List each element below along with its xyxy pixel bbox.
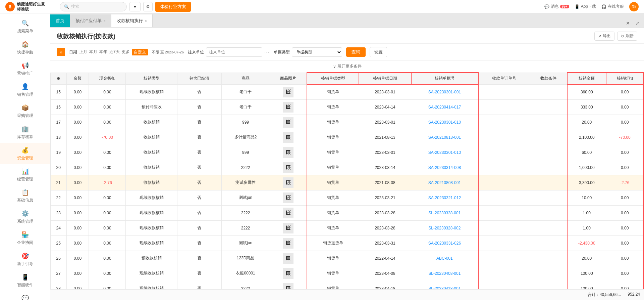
cell-goods-img: 🖼 [270, 235, 307, 251]
query-btn[interactable]: 查询 [346, 47, 366, 57]
date-custom[interactable]: 自定义 [132, 49, 148, 55]
date-this-year[interactable]: 本年 [99, 49, 107, 55]
date-7days[interactable]: 近7天 [109, 49, 120, 55]
expand-btn[interactable]: ∨ 展开更多条件 [329, 62, 366, 71]
tab-close-btn[interactable]: ✕ [624, 19, 632, 27]
cell-goods-img: 🖼 [270, 84, 307, 99]
cell-goods-img: 🖼 [270, 145, 307, 160]
tab-receipt-cancel-close[interactable]: × [145, 19, 147, 23]
sidebar-item-smarthw[interactable]: 📱 智能硬件 [0, 270, 50, 291]
finance-icon: 💰 [21, 146, 29, 154]
data-table: ⚙ 余额 现金折扣 核销类型 包含已结清 商品 商品图片 核销单据类型 核销单据… [50, 72, 644, 289]
th-cancel-bill-date: 核销单据日期 [359, 73, 411, 84]
date-last-month[interactable]: 上月 [79, 49, 87, 55]
message-btn[interactable]: 💬 消息 99+ [544, 4, 569, 9]
cell-include-settled: 否 [177, 145, 221, 160]
cell-cancel-bill-no[interactable]: SL-20230328-002 [411, 220, 478, 235]
sidebar-item-newbie[interactable]: 🎯 新手引导 [0, 249, 50, 270]
cell-num: 19 [51, 145, 67, 160]
cell-include-settled: 否 [177, 266, 221, 281]
sidebar-item-purchase[interactable]: 📦 采购管理 [0, 101, 50, 122]
cell-include-settled: 否 [177, 235, 221, 251]
solution-btn[interactable]: 体验行业方案 [155, 2, 191, 12]
cell-receipt-order-no [478, 160, 530, 175]
logo-icon: 6 [5, 2, 15, 11]
sidebar-item-finance[interactable]: 💰 资金管理 [0, 143, 50, 164]
date-more[interactable]: 更多 [122, 49, 130, 55]
sidebar-item-inventory[interactable]: 🏢 库存核算 [0, 122, 50, 143]
cell-num: 15 [51, 84, 67, 99]
cell-receipt-condition [530, 220, 567, 235]
sidebar-item-marketing[interactable]: 📢 营销推广 [0, 58, 50, 80]
cell-cancel-bill-no[interactable]: SA-20230414-017 [411, 99, 478, 115]
cell-cancel-amount: 100.00 [567, 266, 606, 281]
message-badge: 99+ [560, 5, 569, 8]
cell-goods: 多计量商品2 [221, 130, 270, 145]
cell-receipt-order-no [478, 251, 530, 266]
sidebar-item-business[interactable]: 📊 经营管理 [0, 164, 50, 185]
cell-cancel-bill-no[interactable]: SA-20210813-001 [411, 130, 478, 145]
cell-receipt-order-no [478, 281, 530, 289]
bill-type-select[interactable]: 单据类型 [292, 47, 342, 57]
cell-cancel-bill-type: 销货单 [307, 251, 359, 266]
sidebar-item-enterprise[interactable]: 🏪 企业协同 [0, 228, 50, 249]
sidebar: 🔍 搜索菜单 🏠 快捷导航 📢 营销推广 👤 销售管理 📦 采购管理 🏢 库存核… [0, 13, 50, 300]
refresh-btn[interactable]: ↻ 刷新 [617, 32, 637, 41]
tab-receipt-cancel[interactable]: 收款核销执行 × [111, 14, 153, 27]
cell-goods-img: 🖼 [270, 251, 307, 266]
sidebar-item-wechat[interactable]: 💬 企业微信 [0, 291, 50, 300]
cell-receipt-condition [530, 205, 567, 220]
cell-include-settled: 否 [177, 281, 221, 289]
user-avatar[interactable]: Rit [629, 2, 639, 11]
cell-receipt-condition [530, 145, 567, 160]
cell-cancel-bill-no[interactable]: SL-20230418-001 [411, 281, 478, 289]
export-btn[interactable]: ↗ 导出 [594, 32, 614, 41]
cell-goods-img: 🖼 [270, 220, 307, 235]
cell-cancel-bill-no[interactable]: SA-20230321-012 [411, 190, 478, 205]
bill-type-label: 单据类型 [274, 49, 290, 55]
filter-toggle-btn[interactable]: » [57, 48, 65, 56]
date-this-month[interactable]: 本月 [89, 49, 97, 55]
th-settings[interactable]: ⚙ [51, 73, 67, 84]
cell-cancel-bill-no[interactable]: SA-20230331-026 [411, 235, 478, 251]
tab-bar: 首页 预付冲应付单 × 收款核销执行 × ✕ ⤢ [50, 13, 644, 28]
cell-cancel-bill-date: 2023-03-31 [359, 235, 411, 251]
cell-cancel-bill-no[interactable]: SA-20210808-001 [411, 175, 478, 190]
cell-goods: 测试jun [221, 235, 270, 251]
tab-prepay[interactable]: 预付冲应付单 × [70, 14, 111, 27]
cell-cancel-bill-type: 销货单 [307, 99, 359, 115]
search-dropdown[interactable]: ▼ [129, 2, 141, 11]
cell-receipt-condition [530, 281, 567, 289]
partner-filter-group: 往来单位 ··· [188, 47, 270, 57]
sidebar-item-basic[interactable]: 📋 基础信息 [0, 185, 50, 207]
cell-cancel-type: 现续收款核销 [126, 190, 177, 205]
tab-home[interactable]: 首页 [50, 14, 70, 27]
sidebar-item-quicknav[interactable]: 🏠 快捷导航 [0, 37, 50, 58]
cell-cancel-bill-no[interactable]: SA-20230301-010 [411, 115, 478, 130]
app-download-btn[interactable]: 📱 App下载 [575, 4, 596, 9]
sidebar-item-sales[interactable]: 👤 销售管理 [0, 80, 50, 101]
cell-cancel-bill-no[interactable]: SL-20230408-001 [411, 266, 478, 281]
tab-maximize-btn[interactable]: ⤢ [633, 19, 641, 27]
cell-cancel-discount: 0.00 [606, 99, 644, 115]
tab-prepay-close[interactable]: × [104, 19, 106, 23]
cell-balance: 0.00 [66, 84, 89, 99]
partner-input[interactable] [206, 47, 262, 57]
sidebar-item-system[interactable]: ⚙️ 系统管理 [0, 207, 50, 228]
cell-goods-img: 🖼 [270, 205, 307, 220]
cell-cancel-bill-no[interactable]: ABC-001 [411, 251, 478, 266]
settings-gear-btn[interactable]: ⚙ [143, 2, 153, 11]
cell-cancel-bill-no[interactable]: SA-20230301-010 [411, 145, 478, 160]
sidebar-item-search[interactable]: 🔍 搜索菜单 [0, 16, 50, 37]
system-icon: ⚙️ [21, 210, 29, 217]
cell-cancel-type: 现续收款核销 [126, 235, 177, 251]
online-service-btn[interactable]: 🎧 在线客服 [601, 4, 624, 9]
cell-receipt-order-no [478, 115, 530, 130]
cell-cancel-bill-no[interactable]: SA-20230301-001 [411, 84, 478, 99]
cell-cancel-bill-no[interactable]: SL-20230328-001 [411, 205, 478, 220]
filter-setting-btn[interactable]: 设置 [370, 47, 387, 57]
cell-goods: 123D商品 [221, 251, 270, 266]
search-input[interactable]: 🔍 搜索 [60, 2, 127, 11]
table-container[interactable]: ⚙ 余额 现金折扣 核销类型 包含已结清 商品 商品图片 核销单据类型 核销单据… [50, 72, 644, 289]
cell-cancel-bill-no[interactable]: SA-20230314-008 [411, 160, 478, 175]
